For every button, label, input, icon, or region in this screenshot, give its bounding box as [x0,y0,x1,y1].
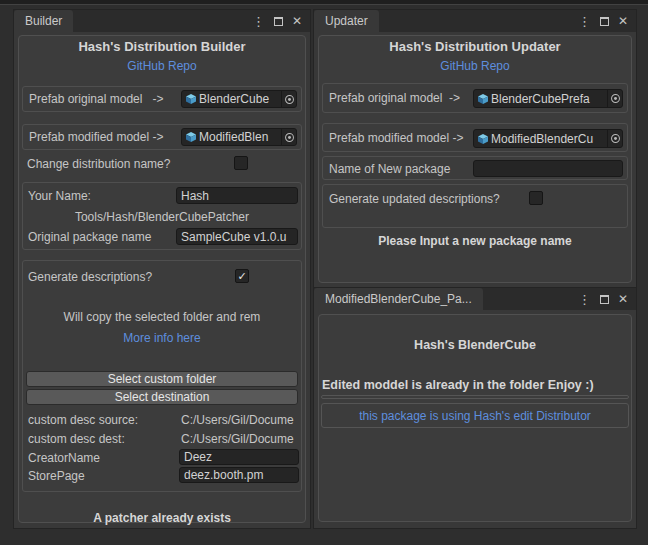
desc-dest-value: C:/Users/Gil/Docume [181,431,294,447]
menu-kebab-icon[interactable]: ⋮ [578,293,591,306]
object-field-value: BlenderCube [199,92,281,106]
generate-updated-section: Generate updated descriptions? [322,184,628,228]
updater-content: Hash's Distribution Updater GitHub Repo … [314,32,636,287]
generate-updated-label: Generate updated descriptions? [329,191,500,207]
prefab-modified-row: Prefab modified model -> ModifiedBlen [22,124,302,150]
object-picker-icon[interactable] [607,90,622,107]
github-repo-link[interactable]: GitHub Repo [319,58,631,74]
maximize-icon[interactable] [274,17,283,26]
updater-title: Hash's Distribution Updater [319,39,631,55]
builder-title: Hash's Distribution Builder [19,39,305,55]
updater-status: Please Input a new package name [319,233,631,249]
copy-note: Will copy the selected folder and rem [23,309,301,325]
github-repo-link[interactable]: GitHub Repo [19,58,305,74]
prefab-original-row: Prefab original model -> BlenderCube [22,86,302,112]
new-package-field[interactable] [473,160,623,177]
builder-box: Hash's Distribution Builder GitHub Repo … [18,35,306,523]
name-section: Your Name: Tools/Hash/BlenderCubePatcher… [22,182,302,250]
maximize-icon[interactable] [600,295,609,304]
package-message: Edited moddel is already in the folder E… [322,377,594,393]
builder-content: Hash's Distribution Builder GitHub Repo … [14,32,310,528]
descriptions-section: Generate descriptions? ✓ Will copy the s… [22,260,302,492]
prefab-modified-object-field[interactable]: ModifiedBlen [181,128,297,146]
change-name-label: Change distribution name? [27,156,170,172]
distributor-link[interactable]: this package is using Hash's edit Distri… [359,409,591,423]
prefab-cube-icon [185,131,197,143]
generate-descriptions-checkbox[interactable]: ✓ [235,269,249,283]
close-icon[interactable]: ✕ [292,15,302,27]
prefab-original-label: Prefab original model -> [329,90,460,106]
creator-name-label: CreatorName [28,450,100,466]
creator-name-field[interactable] [179,449,299,465]
prefab-modified-label: Prefab modified model -> [329,130,463,146]
store-page-label: StorePage [28,468,85,484]
updater-tabbar: Updater ⋮ ✕ [314,10,636,32]
object-picker-icon[interactable] [281,91,296,107]
builder-tabbar: Builder ⋮ ✕ [14,10,310,32]
package-box: Hash's BlenderCube Edited moddel is alre… [318,314,632,522]
original-package-field[interactable] [176,228,298,245]
prefab-cube-icon [477,133,489,145]
store-page-field[interactable] [179,467,299,483]
your-name-field[interactable] [176,187,298,204]
prefab-modified-object-field[interactable]: ModifiedBlenderCu [473,129,623,148]
package-content: Hash's BlenderCube Edited moddel is alre… [314,310,636,528]
generate-descriptions-label: Generate descriptions? [28,269,152,285]
original-package-label: Original package name [28,229,151,245]
tab-builder[interactable]: Builder [14,10,73,32]
builder-status: A patcher already exists [19,510,305,526]
prefab-original-row: Prefab original model -> BlenderCubePref… [322,83,628,113]
close-icon[interactable]: ✕ [618,15,628,27]
prefab-original-object-field[interactable]: BlenderCubePrefa [473,89,623,108]
menu-kebab-icon[interactable]: ⋮ [252,15,265,28]
updater-box: Hash's Distribution Updater GitHub Repo … [318,35,632,283]
close-icon[interactable]: ✕ [618,293,628,305]
generate-updated-checkbox[interactable] [529,191,543,205]
select-custom-folder-button[interactable]: Select custom folder [26,371,298,387]
tab-modified-blender-cube[interactable]: ModifiedBlenderCube_Pa... [314,288,483,310]
package-tabbar: ModifiedBlenderCube_Pa... ⋮ ✕ [314,288,636,310]
updater-panel: Updater ⋮ ✕ Hash's Distribution Updater … [314,10,636,287]
prefab-original-label: Prefab original model -> [29,91,163,107]
prefab-modified-label: Prefab modified model -> [29,129,163,145]
prefab-modified-row: Prefab modified model -> ModifiedBlender… [322,123,628,152]
change-name-checkbox[interactable] [234,156,248,170]
object-field-value: ModifiedBlenderCu [491,132,607,146]
desc-source-label: custom desc source: [28,412,138,428]
empty-helpbox [321,395,629,399]
object-picker-icon[interactable] [607,130,622,147]
select-destination-button[interactable]: Select destination [26,389,298,405]
object-field-value: BlenderCubePrefa [491,92,607,106]
distributor-link-box: this package is using Hash's edit Distri… [321,403,629,428]
new-package-label: Name of New package [329,161,450,177]
package-title: Hash's BlenderCube [319,337,631,353]
prefab-cube-icon [185,93,197,105]
prefab-cube-icon [477,93,489,105]
menu-kebab-icon[interactable]: ⋮ [578,15,591,28]
package-panel: ModifiedBlenderCube_Pa... ⋮ ✕ Hash's Ble… [314,288,636,528]
toolbar-edge [0,0,648,5]
your-name-label: Your Name: [28,188,91,204]
object-picker-icon[interactable] [281,129,296,145]
maximize-icon[interactable] [600,17,609,26]
desc-dest-label: custom desc dest: [28,431,125,447]
desc-source-value: C:/Users/Gil/Docume [181,412,294,428]
prefab-original-object-field[interactable]: BlenderCube [181,90,297,108]
more-info-link[interactable]: More info here [23,330,301,346]
object-field-value: ModifiedBlen [199,130,281,144]
tab-updater[interactable]: Updater [314,10,379,32]
tools-path-label: Tools/Hash/BlenderCubePatcher [23,209,301,225]
new-package-row: Name of New package [322,156,628,180]
builder-panel: Builder ⋮ ✕ Hash's Distribution Builder … [14,10,310,528]
